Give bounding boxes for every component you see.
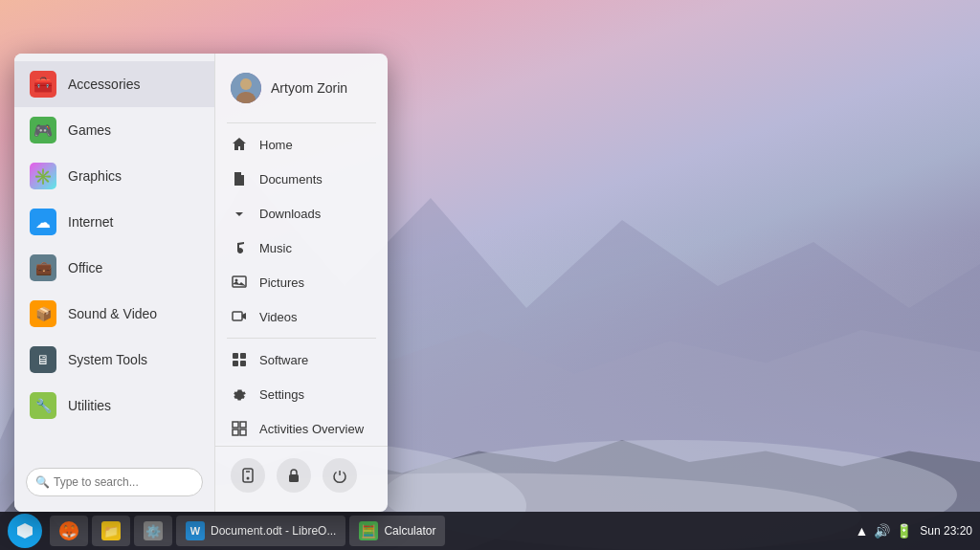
music-icon	[231, 239, 248, 256]
nav-pictures[interactable]: Pictures	[215, 265, 388, 299]
system-tray: ▲ 🔊 🔋	[855, 523, 912, 539]
utilities-icon: 🔧	[30, 392, 56, 419]
user-name: Artyom Zorin	[271, 80, 347, 96]
calculator-icon: 🧮	[359, 521, 378, 540]
office-icon: 💼	[30, 254, 56, 281]
nav-documents-label: Documents	[259, 172, 323, 187]
nav-activities[interactable]: Activities Overview	[215, 411, 388, 446]
pictures-icon	[231, 274, 248, 291]
category-office-label: Office	[68, 260, 102, 275]
category-utilities-label: Utilities	[68, 398, 111, 413]
category-sound-video-label: Sound & Video	[68, 306, 157, 321]
svg-rect-16	[240, 429, 246, 435]
libreoffice-label: Document.odt - LibreO...	[211, 524, 336, 538]
libreoffice-icon: W	[186, 521, 205, 540]
taskbar-app-settings[interactable]: ⚙️	[134, 516, 172, 546]
svg-rect-20	[289, 474, 299, 482]
svg-rect-15	[233, 429, 238, 435]
category-accessories-label: Accessories	[68, 77, 140, 92]
category-graphics[interactable]: ✳️ Graphics	[14, 153, 214, 199]
svg-rect-13	[233, 422, 238, 428]
internet-icon: ☁	[30, 209, 56, 235]
category-sound-video[interactable]: 📦 Sound & Video	[14, 291, 214, 337]
taskbar-right: ▲ 🔊 🔋 Sun 23:20	[855, 523, 972, 539]
games-icon: 🎮	[30, 117, 56, 143]
files-icon: 📁	[101, 521, 121, 540]
category-games-label: Games	[68, 122, 111, 138]
graphics-icon: ✳️	[30, 163, 56, 189]
nav-videos[interactable]: Videos	[215, 299, 388, 334]
nav-music[interactable]: Music	[215, 231, 388, 265]
svg-rect-8	[233, 312, 242, 320]
taskbar-app-libreoffice[interactable]: W Document.odt - LibreO...	[176, 516, 345, 546]
bottom-actions	[215, 446, 388, 500]
wifi-icon[interactable]: ▲	[855, 523, 868, 539]
nav-settings-label: Settings	[259, 387, 304, 402]
start-menu: 🧰 Accessories 🎮 Games ✳️ Graphics ☁ Inte…	[14, 54, 388, 512]
svg-rect-14	[240, 422, 246, 428]
category-graphics-label: Graphics	[68, 168, 122, 184]
settings-icon	[231, 385, 248, 403]
taskbar-apps: 🦊 📁 ⚙️ W Document.odt - LibreO... 🧮 Calc…	[50, 516, 855, 546]
settings2-icon: ⚙️	[144, 521, 163, 540]
user-profile[interactable]: Artyom Zorin	[215, 65, 388, 119]
nav-activities-label: Activities Overview	[259, 422, 364, 436]
taskbar-app-calculator[interactable]: 🧮 Calculator	[349, 516, 445, 546]
nav-music-label: Music	[259, 241, 292, 255]
search-input[interactable]	[26, 468, 203, 496]
svg-rect-11	[233, 361, 238, 366]
svg-point-4	[240, 78, 252, 90]
user-avatar	[231, 73, 261, 103]
taskbar: 🦊 📁 ⚙️ W Document.odt - LibreO... 🧮 Calc…	[0, 512, 980, 550]
category-games[interactable]: 🎮 Games	[14, 107, 214, 153]
start-button[interactable]	[8, 514, 42, 548]
power-button[interactable]	[323, 458, 357, 493]
activities-icon	[231, 420, 248, 437]
nav-software-label: Software	[259, 353, 308, 367]
category-office[interactable]: 💼 Office	[14, 245, 214, 291]
nav-documents[interactable]: Documents	[215, 162, 388, 196]
nav-downloads[interactable]: Downloads	[215, 196, 388, 231]
divider-1	[227, 122, 376, 123]
system-tools-icon: 🖥	[30, 346, 56, 373]
category-accessories[interactable]: 🧰 Accessories	[14, 61, 214, 107]
category-utilities[interactable]: 🔧 Utilities	[14, 383, 214, 429]
sound-icon[interactable]: 🔊	[874, 523, 890, 539]
category-system-tools-label: System Tools	[68, 352, 147, 367]
suspend-button[interactable]	[231, 458, 265, 493]
calculator-label: Calculator	[384, 524, 435, 538]
svg-rect-9	[233, 353, 238, 359]
divider-2	[227, 338, 376, 339]
firefox-icon: 🦊	[59, 521, 78, 540]
lock-button[interactable]	[277, 458, 311, 493]
nav-settings[interactable]: Settings	[215, 377, 388, 411]
accessories-icon: 🧰	[30, 71, 56, 98]
category-system-tools[interactable]: 🖥 System Tools	[14, 337, 214, 383]
search-container: 🔍	[26, 468, 203, 496]
documents-icon	[231, 170, 248, 187]
svg-rect-17	[243, 469, 253, 482]
nav-videos-label: Videos	[259, 310, 298, 324]
nav-downloads-label: Downloads	[259, 207, 321, 221]
category-internet-label: Internet	[68, 214, 113, 230]
category-internet[interactable]: ☁ Internet	[14, 199, 214, 245]
software-icon	[231, 351, 248, 368]
downloads-icon	[231, 205, 248, 222]
clock: Sun 23:20	[920, 524, 972, 538]
taskbar-app-firefox[interactable]: 🦊	[50, 516, 88, 546]
svg-rect-10	[240, 353, 246, 359]
sound-video-icon: 📦	[30, 300, 56, 327]
nav-software[interactable]: Software	[215, 342, 388, 377]
svg-point-19	[247, 477, 250, 480]
battery-icon[interactable]: 🔋	[896, 523, 912, 539]
nav-home[interactable]: Home	[215, 127, 388, 162]
nav-pictures-label: Pictures	[259, 275, 304, 290]
videos-icon	[231, 308, 248, 325]
home-icon	[231, 136, 248, 153]
search-icon: 🔍	[35, 475, 50, 489]
menu-right-panel: Artyom Zorin Home Documents Downloads	[215, 54, 388, 512]
svg-rect-12	[240, 361, 246, 366]
nav-home-label: Home	[259, 138, 293, 152]
taskbar-app-files[interactable]: 📁	[92, 516, 130, 546]
menu-categories-panel: 🧰 Accessories 🎮 Games ✳️ Graphics ☁ Inte…	[14, 54, 215, 512]
